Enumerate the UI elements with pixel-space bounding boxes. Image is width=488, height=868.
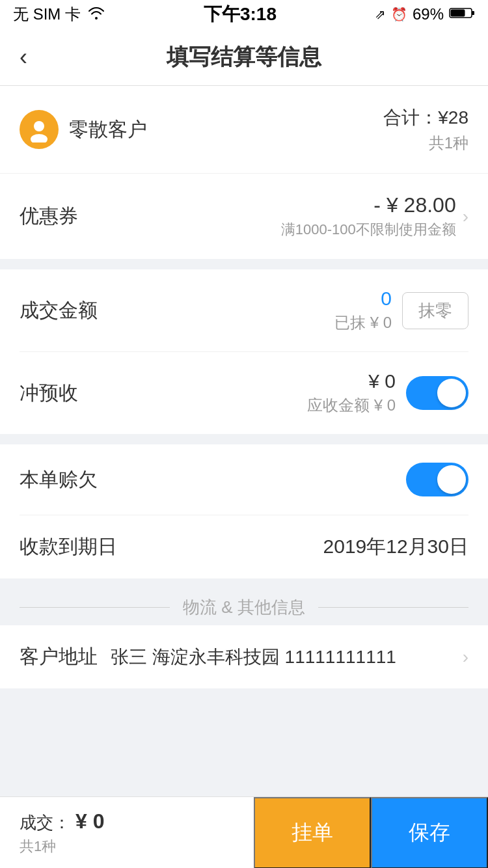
coupon-info: - ¥ 28.00 满1000-100不限制使用金额 (281, 193, 456, 239)
address-row[interactable]: 客户地址 张三 海淀永丰科技园 11111111111 › (0, 625, 488, 688)
credit-toggle-knob (437, 465, 466, 494)
credit-toggle[interactable] (406, 463, 468, 496)
prepaid-row: 冲预收 ¥ 0 应收金额 ¥ 0 (20, 352, 468, 434)
separator-2 (0, 578, 488, 589)
nav-bar: ‹ 填写结算等信息 (0, 29, 488, 86)
credit-row: 本单赊欠 (20, 444, 468, 515)
status-time: 下午3:18 (204, 2, 277, 27)
due-date-label: 收款到期日 (20, 534, 117, 560)
address-arrow-icon: › (463, 647, 468, 668)
bottom-summary-label: 成交： (20, 811, 70, 834)
already-round-label: 已抹 ¥ 0 (334, 312, 392, 333)
save-button[interactable]: 保存 (371, 797, 488, 869)
amount-row: 成交金额 0 已抹 ¥ 0 抹零 (20, 269, 468, 352)
customer-name: 零散客户 (69, 116, 147, 143)
sim-label: 无 SIM 卡 (13, 4, 81, 25)
credit-section: 本单赊欠 收款到期日 2019年12月30日 (0, 444, 488, 578)
coupon-desc: 满1000-100不限制使用金额 (281, 220, 456, 239)
amount-value: 0 (334, 288, 392, 310)
status-right: ⇗ ⏰ 69% (375, 5, 475, 23)
round-zero-button[interactable]: 抹零 (402, 292, 468, 329)
wifi-icon (87, 5, 105, 23)
svg-point-3 (34, 121, 44, 131)
battery-label: 69% (413, 5, 444, 23)
customer-right: 合计：¥28 共1种 (383, 105, 468, 154)
bottom-summary-count: 共1种 (20, 837, 234, 856)
address-label: 客户地址 (20, 644, 98, 670)
coupon-right: - ¥ 28.00 满1000-100不限制使用金额 › (281, 193, 468, 239)
back-button[interactable]: ‹ (20, 44, 27, 71)
content: 零散客户 合计：¥28 共1种 优惠券 - ¥ 28.00 满1000-100不… (0, 86, 488, 777)
credit-label: 本单赊欠 (20, 467, 98, 493)
location-icon: ⇗ (375, 7, 386, 22)
status-bar: 无 SIM 卡 下午3:18 ⇗ ⏰ 69% (0, 0, 488, 29)
prepaid-toggle[interactable] (406, 376, 468, 410)
svg-point-4 (31, 134, 47, 142)
alarm-icon: ⏰ (391, 7, 407, 22)
prepaid-value: ¥ 0 (307, 370, 396, 392)
coupon-arrow-icon: › (463, 206, 468, 227)
bottom-summary: 成交： ¥ 0 共1种 (0, 809, 254, 856)
page-title: 填写结算等信息 (167, 42, 321, 72)
bottom-summary-value: ¥ 0 (75, 809, 104, 834)
battery-icon (449, 5, 475, 23)
status-left: 无 SIM 卡 (13, 4, 105, 25)
coupon-discount: - ¥ 28.00 (281, 193, 456, 217)
prepaid-right: ¥ 0 应收金额 ¥ 0 (307, 370, 468, 416)
bottom-bar: 成交： ¥ 0 共1种 挂单 保存 (0, 796, 488, 868)
due-date-row: 收款到期日 2019年12月30日 (20, 515, 468, 578)
due-date-value: 2019年12月30日 (323, 534, 468, 560)
transaction-section: 成交金额 0 已抹 ¥ 0 抹零 冲预收 ¥ 0 应收金额 ¥ 0 (0, 269, 488, 434)
hold-button[interactable]: 挂单 (254, 797, 371, 869)
amount-col: 0 已抹 ¥ 0 (334, 288, 392, 333)
address-section: 客户地址 张三 海淀永丰科技园 11111111111 › (0, 625, 488, 688)
customer-count: 共1种 (383, 133, 468, 154)
prepaid-col: ¥ 0 应收金额 ¥ 0 (307, 370, 396, 416)
bottom-summary-top: 成交： ¥ 0 (20, 809, 234, 834)
svg-rect-1 (472, 11, 474, 15)
coupon-row[interactable]: 优惠券 - ¥ 28.00 满1000-100不限制使用金额 › (0, 173, 488, 259)
address-value: 张三 海淀永丰科技园 11111111111 (111, 645, 456, 670)
customer-left: 零散客户 (20, 110, 147, 149)
coupon-label: 优惠券 (20, 203, 78, 230)
receivable-label: 应收金额 ¥ 0 (307, 395, 396, 416)
separator-1 (0, 434, 488, 444)
customer-section: 零散客户 合计：¥28 共1种 优惠券 - ¥ 28.00 满1000-100不… (0, 86, 488, 259)
avatar (20, 110, 59, 149)
logistics-label: 物流 & 其他信息 (170, 596, 318, 619)
credit-right (406, 463, 468, 496)
prepaid-label: 冲预收 (20, 380, 78, 407)
toggle-knob (437, 379, 466, 407)
svg-rect-2 (450, 10, 465, 17)
customer-total: 合计：¥28 (383, 105, 468, 130)
logistics-divider: 物流 & 其他信息 (0, 589, 488, 625)
customer-row: 零散客户 合计：¥28 共1种 (0, 86, 488, 173)
amount-label: 成交金额 (20, 297, 98, 324)
amount-right: 0 已抹 ¥ 0 抹零 (334, 288, 468, 333)
